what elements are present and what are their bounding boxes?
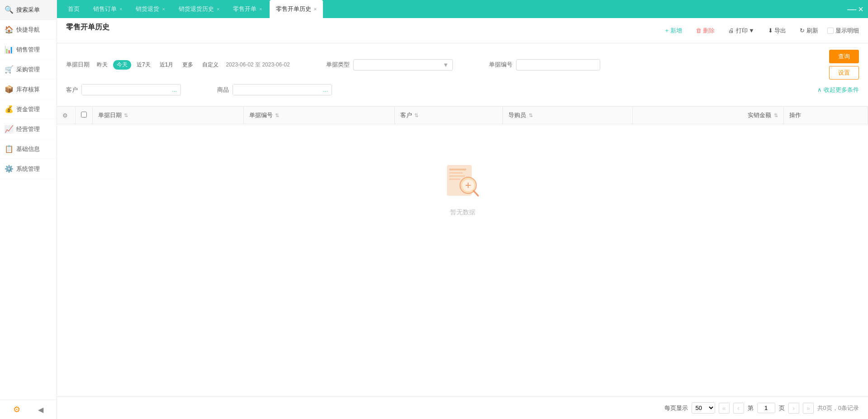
sidebar-search-label: 搜索采单 [16,6,40,14]
sidebar-item-quick-nav[interactable]: 🏠 快捷导航 [0,20,57,40]
sidebar-item-finance[interactable]: 💰 资金管理 [0,99,57,119]
tab-retail-open-close[interactable]: × [259,6,262,12]
col-customer[interactable]: 客户 ⇅ [394,107,503,124]
content-area: 零售开单历史 + 新增 🗑 删除 🖨 打印 ▼ ⬇ 导出 ↻ 刷新 显示明细 [57,18,868,419]
col-guide[interactable]: 导购员 ⇅ [503,107,633,124]
date-opt-custom[interactable]: 自定义 [199,60,222,70]
tab-sales-return-close[interactable]: × [162,6,165,12]
date-opt-today[interactable]: 今天 [113,60,131,70]
tab-sales-order[interactable]: 销售订单 × [87,0,128,18]
settings-icon[interactable]: ⚙ [13,405,20,414]
sidebar-item-inventory[interactable]: 📦 库存核算 [0,80,57,99]
col-date-sort-icon[interactable]: ⇅ [124,113,128,118]
delete-button[interactable]: 🗑 删除 [691,24,720,37]
page-label-text: 第 [748,404,754,412]
first-page-btn[interactable]: « [719,403,730,414]
date-opt-more[interactable]: 更多 [179,60,197,70]
col-date[interactable]: 单据日期 ⇅ [92,107,243,124]
page-unit-label: 页 [779,404,785,412]
display-checkbox[interactable] [827,28,834,34]
col-checkbox[interactable] [75,107,92,124]
customer-ellipsis-btn[interactable]: ... [168,86,180,93]
tab-sales-return[interactable]: 销货退货 × [129,0,171,18]
svg-rect-3 [449,175,465,177]
col-amount[interactable]: 实销金额 ⇅ [632,107,783,124]
inventory-icon: 📦 [5,85,14,94]
print-button[interactable]: 🖨 打印 ▼ [724,24,759,37]
customer-input[interactable] [82,85,168,95]
col-doc-no[interactable]: 单据编号 ⇅ [243,107,394,124]
settings-col-icon[interactable]: ⚙ [62,112,68,119]
operations-icon: 📈 [5,125,14,133]
sys-mgmt-icon: ⚙️ [5,165,14,173]
data-table: ⚙ 单据日期 ⇅ 单据编号 ⇅ [57,107,868,124]
tab-retail-open[interactable]: 零售开单 × [227,0,268,18]
tab-sales-return-history-close[interactable]: × [217,6,219,12]
action-buttons: 查询 设置 [829,50,859,80]
prev-page-btn[interactable]: ‹ [733,403,744,414]
total-records-label: 共0页，0条记录 [817,404,859,412]
next-page-btn[interactable]: › [788,403,799,414]
sidebar-item-purchase-mgmt[interactable]: 🛒 采购管理 [0,60,57,80]
col-amount-label: 实销金额 [748,112,771,118]
col-customer-sort-icon[interactable]: ⇅ [414,113,418,118]
filter-row-1: 单据日期 昨天 今天 近7天 近1月 更多 自定义 2023-06-02 至 2… [66,50,859,80]
tab-retail-open-history[interactable]: 零售开单历史 × [270,0,323,18]
settings-button[interactable]: 设置 [829,66,859,80]
topbar-right: — × [847,4,863,14]
svg-rect-4 [449,179,460,180]
pagination: 每页显示 10 20 50 100 « ‹ 第 页 › » 共0页，0条记录 [57,396,868,419]
col-guide-sort-icon[interactable]: ⇅ [529,113,533,118]
goods-input[interactable] [233,85,319,95]
refresh-button[interactable]: ↻ 刷新 [795,24,823,37]
search-icon: 🔍 [5,5,14,14]
export-button[interactable]: ⬇ 导出 [764,24,791,37]
filter-row-2: 客户 ... 商品 ... ∧ 收起更多条件 [66,84,859,95]
sidebar-item-basic-info[interactable]: 📋 基础信息 [0,139,57,159]
collapse-btn[interactable]: ∧ 收起更多条件 [817,86,859,94]
page-title: 零售开单历史 [66,23,109,32]
tab-sales-order-close[interactable]: × [119,6,122,12]
svg-rect-1 [449,169,466,170]
tab-home-label: 首页 [68,5,80,13]
goods-ellipsis-btn[interactable]: ... [319,86,332,93]
display-toggle[interactable]: 显示明细 [827,27,859,35]
sidebar-item-sys-mgmt[interactable]: ⚙️ 系统管理 [0,159,57,179]
doc-no-input[interactable] [516,59,600,71]
col-amount-sort-icon[interactable]: ⇅ [774,113,778,118]
tab-sales-return-history[interactable]: 销货退货历史 × [172,0,226,18]
col-settings[interactable]: ⚙ [57,107,75,124]
date-opt-last7[interactable]: 近7天 [133,60,154,70]
tab-retail-open-history-close[interactable]: × [314,6,317,12]
date-opt-last1m[interactable]: 近1月 [156,60,177,70]
date-filter-label: 单据日期 [66,61,90,69]
page-number-input[interactable] [757,403,775,413]
window-close-btn[interactable]: × [858,4,863,14]
add-button[interactable]: + 新增 [660,24,686,37]
sidebar-search[interactable]: 🔍 搜索采单 [0,0,57,20]
last-page-btn[interactable]: » [803,403,814,414]
customer-input-wrapper[interactable]: ... [81,84,181,95]
tab-retail-open-label: 零售开单 [233,5,256,13]
window-minimize-btn[interactable]: — [847,4,856,14]
date-opt-yesterday[interactable]: 昨天 [93,60,111,70]
goods-input-wrapper[interactable]: ... [232,84,332,95]
customer-filter-group: 客户 ... [66,84,181,95]
tab-home[interactable]: 首页 [62,0,86,18]
table-header: ⚙ 单据日期 ⇅ 单据编号 ⇅ [57,107,868,124]
sidebar-item-label: 经营管理 [16,125,40,133]
svg-line-7 [474,191,478,196]
col-doc-no-sort-icon[interactable]: ⇅ [275,113,279,118]
collapse-sidebar-icon[interactable]: ◀ [38,405,43,414]
sidebar-item-operations[interactable]: 📈 经营管理 [0,119,57,139]
col-date-label: 单据日期 [98,112,122,118]
table-container: ⚙ 单据日期 ⇅ 单据编号 ⇅ [57,107,868,396]
doc-type-select[interactable]: ▼ [353,59,453,71]
select-all-checkbox[interactable] [81,112,87,118]
page-size-select[interactable]: 10 20 50 100 [692,402,715,414]
query-button[interactable]: 查询 [829,50,859,63]
sidebar-item-sales-mgmt[interactable]: 📊 销售管理 [0,40,57,60]
page-size-label: 每页显示 [664,404,688,412]
sidebar-item-label: 销售管理 [16,46,40,54]
date-options: 昨天 今天 近7天 近1月 更多 自定义 [93,60,222,70]
